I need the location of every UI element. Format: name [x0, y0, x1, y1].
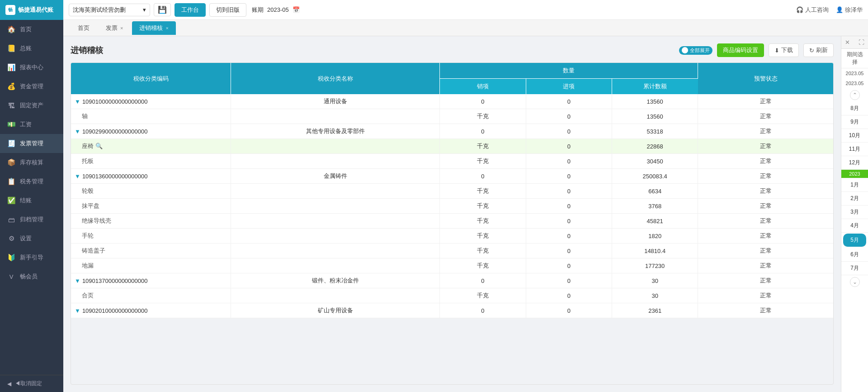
table-cell-code: 托板 — [71, 154, 231, 169]
sidebar-item-ledger[interactable]: 📒 总账 — [0, 39, 63, 58]
archive-icon: 🗃 — [7, 216, 15, 224]
period-month-12[interactable]: 12月 — [841, 156, 868, 170]
table-row: 座椅 🔍 千克 0 22868 正常 — [71, 139, 833, 154]
sidebar-item-inventory[interactable]: 📦 库存核算 — [0, 153, 63, 172]
table-cell-code: 轴 — [71, 109, 231, 124]
expand-icon[interactable]: ▼ — [75, 128, 80, 135]
data-table-wrapper[interactable]: 税收分类编码 税收分类名称 数量 预警状态 销项 进项 累计数额 ▼10 — [71, 62, 834, 385]
table-row: 铸造盖子 千克 0 14810.4 正常 — [71, 244, 833, 258]
period-month-5-active[interactable]: 5月 — [843, 234, 866, 247]
period-row-1[interactable]: 2023.05 — [841, 68, 868, 78]
topbar: 沈海英测试经营勿删 ▾ 💾 工作台 切到旧版 账期 2023-05 📅 🎧 人工… — [63, 0, 868, 20]
download-button[interactable]: ⬇ 下载 — [769, 43, 799, 57]
period-prev-button[interactable]: ⌃ — [850, 90, 860, 100]
tab-home[interactable]: 首页 — [71, 21, 97, 35]
period-month-2[interactable]: 2月 — [841, 192, 868, 206]
expand-icon[interactable]: ▼ — [75, 98, 80, 105]
table-cell-status: 正常 — [698, 124, 833, 139]
close-reconcile-tab-icon[interactable]: × — [165, 25, 168, 31]
table-cell-purchase: 0 — [526, 303, 612, 318]
search-icon[interactable]: 🔍 — [95, 143, 103, 149]
tab-invoice[interactable]: 发票 × — [99, 21, 130, 35]
sidebar-item-reports[interactable]: 📊 报表中心 — [0, 58, 63, 77]
table-cell-sales: 0 — [526, 244, 612, 258]
period-month-6[interactable]: 6月 — [841, 248, 868, 262]
expand-panel-button[interactable]: ⛶ — [859, 39, 864, 46]
expand-icon[interactable]: ▼ — [75, 173, 80, 180]
table-cell-unit: 千克 — [440, 288, 526, 303]
sidebar-item-label: 畅会员 — [20, 272, 38, 281]
table-cell-status: 正常 — [698, 303, 833, 318]
table-cell-total: 1820 — [612, 229, 698, 244]
sidebar-item-home[interactable]: 🏠 首页 — [0, 20, 63, 39]
period-month-4[interactable]: 4月 — [841, 219, 868, 233]
unpin-button[interactable]: ◀ ◀取消固定 — [0, 375, 63, 392]
table-cell-total: 2361 — [612, 303, 698, 318]
period-value: 2023-05 — [267, 6, 289, 13]
period-month-3[interactable]: 3月 — [841, 206, 868, 219]
sidebar-item-settle[interactable]: ✅ 结账 — [0, 191, 63, 210]
period-month-7[interactable]: 7月 — [841, 262, 868, 275]
reports-icon: 📊 — [7, 63, 15, 72]
sidebar-item-finance[interactable]: 💰 资金管理 — [0, 77, 63, 96]
expand-icon[interactable]: ▼ — [75, 307, 80, 314]
table-cell-status: 正常 — [698, 94, 833, 109]
table-cell-name — [231, 288, 440, 303]
period-month-11[interactable]: 11月 — [841, 143, 868, 156]
refresh-button[interactable]: ↻ 刷新 — [803, 43, 834, 57]
headset-icon: 🎧 — [796, 6, 803, 13]
table-cell-total: 45821 — [612, 214, 698, 229]
tab-home-label: 首页 — [78, 24, 90, 32]
expand-all-toggle[interactable]: 全部展开 — [679, 46, 712, 55]
sidebar-item-guide[interactable]: 🔰 新手引导 — [0, 248, 63, 267]
close-panel-button[interactable]: ✕ — [845, 39, 850, 46]
tab-bar: 首页 发票 × 进销稽核 × — [63, 20, 868, 36]
period-month-9[interactable]: 9月 — [841, 115, 868, 129]
tab-reconcile-label: 进销稽核 — [139, 24, 163, 32]
save-draft-button[interactable]: 💾 — [154, 3, 171, 16]
sidebar-item-salary[interactable]: 💵 工资 — [0, 115, 63, 134]
guide-icon: 🔰 — [7, 253, 15, 262]
sidebar-item-member[interactable]: V 畅会员 — [0, 267, 63, 286]
period-month-8[interactable]: 8月 — [841, 102, 868, 115]
page-header: 进销稽核 全部展开 商品编码设置 ⬇ 下载 ↻ 刷新 — [71, 43, 834, 57]
switch-version-button[interactable]: 切到旧版 — [209, 3, 246, 17]
table-cell-sales: 0 — [526, 109, 612, 124]
user-profile[interactable]: 👤 徐泽华 — [836, 6, 863, 14]
workbench-button[interactable]: 工作台 — [175, 3, 206, 17]
period-month-1[interactable]: 1月 — [841, 178, 868, 192]
download-label: 下载 — [781, 46, 793, 54]
sidebar-item-settings[interactable]: ⚙ 设置 — [0, 229, 63, 248]
sidebar-item-assets[interactable]: 🏗 固定资产 — [0, 96, 63, 115]
refresh-icon: ↻ — [809, 47, 814, 54]
table-cell-status: 正常 — [698, 169, 833, 184]
table-cell-sales: 0 — [440, 124, 526, 139]
period-month-10[interactable]: 10月 — [841, 129, 868, 143]
reconcile-table: 税收分类编码 税收分类名称 数量 预警状态 销项 进项 累计数额 ▼10 — [71, 63, 833, 318]
table-cell-total: 3768 — [612, 199, 698, 214]
th-tax-name: 税收分类名称 — [231, 63, 440, 94]
home-icon: 🏠 — [7, 25, 15, 33]
product-code-settings-button[interactable]: 商品编码设置 — [717, 43, 764, 57]
sidebar-item-tax[interactable]: 📋 税务管理 — [0, 172, 63, 191]
table-cell-name: 通用设备 — [231, 94, 440, 109]
support-button[interactable]: 🎧 人工咨询 — [796, 6, 829, 14]
sidebar-item-archive[interactable]: 🗃 归档管理 — [0, 210, 63, 229]
close-invoice-tab-icon[interactable]: × — [120, 25, 123, 31]
table-cell-unit: 千克 — [440, 139, 526, 154]
table-cell-sales: 0 — [526, 139, 612, 154]
user-name: 徐泽华 — [845, 6, 863, 14]
sidebar-item-label: 新手引导 — [20, 253, 43, 262]
calendar-icon[interactable]: 📅 — [292, 6, 300, 13]
sidebar-item-invoice[interactable]: 🧾 发票管理 — [0, 134, 63, 153]
table-cell-name — [231, 229, 440, 244]
company-selector[interactable]: 沈海英测试经营勿删 ▾ — [69, 4, 150, 16]
period-next-button[interactable]: ⌄ — [850, 277, 860, 287]
table-row: 轴 千克 0 13560 正常 — [71, 109, 833, 124]
table-cell-sales: 0 — [526, 288, 612, 303]
expand-icon[interactable]: ▼ — [75, 277, 80, 284]
page-content: 进销稽核 全部展开 商品编码设置 ⬇ 下载 ↻ 刷新 — [63, 36, 841, 392]
period-row-2[interactable]: 2023.05 — [841, 78, 868, 88]
sidebar-item-label: 固定资产 — [20, 101, 43, 110]
tab-reconcile[interactable]: 进销稽核 × — [132, 21, 175, 35]
